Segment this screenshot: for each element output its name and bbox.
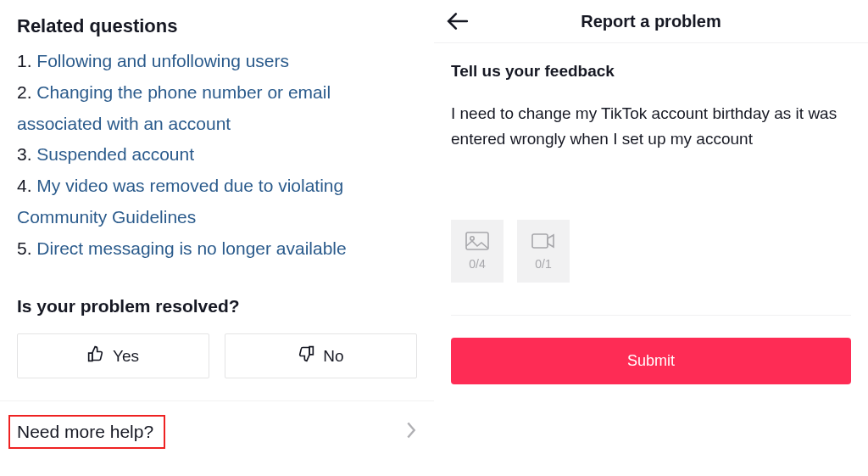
question-item: 5. Direct messaging is no longer availab… [17,233,417,265]
video-count: 0/1 [535,257,551,271]
svg-point-1 [470,237,474,240]
yes-button[interactable]: Yes [17,333,209,378]
resolved-buttons: Yes No [17,333,417,378]
related-questions-panel: Related questions 1. Following and unfol… [0,0,434,476]
question-item: 2. Changing the phone number or email as… [17,77,417,140]
question-link[interactable]: Following and unfollowing users [36,51,289,70]
photo-count: 0/4 [469,257,485,271]
question-link[interactable]: Direct messaging is no longer available [36,238,346,258]
submit-button[interactable]: Submit [451,338,851,384]
feedback-textarea[interactable] [451,101,851,211]
page-title: Report a problem [434,12,868,31]
no-label: No [323,347,343,366]
chevron-right-icon [405,421,417,443]
question-item: 1. Following and unfollowing users [17,46,417,77]
report-header: Report a problem [434,0,868,43]
image-icon [465,232,489,254]
video-icon [531,232,555,254]
attachment-row: 0/4 0/1 [451,220,851,283]
question-link[interactable]: Changing the phone number or email assoc… [17,82,331,133]
yes-label: Yes [113,347,139,366]
no-button[interactable]: No [225,333,417,378]
add-video-button[interactable]: 0/1 [517,220,570,283]
report-problem-panel: Report a problem Tell us your feedback 0… [434,0,868,476]
report-body: Tell us your feedback 0/4 [434,43,868,476]
question-item: 3. Suspended account [17,139,417,171]
need-more-help-label: Need more help? [8,415,165,449]
question-link[interactable]: Suspended account [36,144,194,164]
divider [451,315,851,316]
thumbs-up-icon [87,345,104,367]
related-questions-title: Related questions [17,15,417,37]
feedback-label: Tell us your feedback [451,62,851,81]
question-list: 1. Following and unfollowing users 2. Ch… [17,46,417,264]
back-button[interactable] [447,12,469,31]
svg-rect-2 [532,234,548,248]
add-photo-button[interactable]: 0/4 [451,220,504,283]
resolved-prompt: Is your problem resolved? [17,296,417,316]
question-item: 4. My video was removed due to violating… [17,171,417,233]
thumbs-down-icon [298,345,314,367]
need-more-help-row[interactable]: Need more help? [0,401,434,462]
question-link[interactable]: My video was removed due to violating Co… [17,176,343,227]
